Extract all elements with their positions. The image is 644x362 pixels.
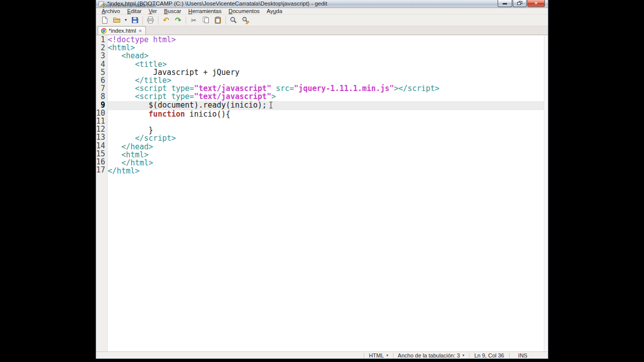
code-line: <script type="text/javascript"> — [108, 93, 544, 101]
status-bar: HTML ▾ Ancho de la tabulación: 3 ▾ Ln 9,… — [96, 351, 548, 358]
dropdown-caret-icon: ▾ — [462, 353, 464, 357]
close-icon: × — [535, 1, 538, 6]
line-number: 7 — [96, 84, 105, 93]
toolbar-separator — [225, 16, 226, 25]
line-number: 15 — [96, 150, 105, 158]
minimize-button[interactable] — [498, 0, 512, 7]
code-line: </html> — [108, 167, 544, 175]
menu-item-documentos[interactable]: Documentos — [225, 8, 263, 15]
line-number: 5 — [96, 68, 105, 76]
editor-area: 1234567891011121314151617 <!doctype html… — [96, 35, 548, 351]
code-lines[interactable]: <!doctype html><html> <head> <title> Jav… — [108, 35, 544, 351]
paste-clipboard-icon — [214, 16, 222, 24]
line-number: 12 — [96, 125, 105, 133]
restore-button[interactable] — [513, 0, 527, 7]
code-line: <head> — [108, 52, 544, 60]
code-line: <script type="text/javascript" src="jque… — [108, 84, 544, 93]
language-selector[interactable]: HTML ▾ — [364, 352, 392, 358]
line-number: 13 — [96, 133, 105, 141]
line-number: 3 — [96, 52, 105, 60]
line-number: 16 — [96, 158, 105, 166]
code-line: <!doctype html> — [108, 36, 544, 44]
toolbar-separator — [158, 16, 158, 25]
undo-icon: ↶ — [163, 17, 170, 24]
toolbar-save-button[interactable] — [129, 15, 141, 26]
line-number: 10 — [96, 109, 105, 117]
menu-item-ayuda[interactable]: Ayuda — [263, 8, 286, 15]
toolbar-redo-button[interactable]: ↷ — [172, 15, 184, 26]
code-line: function inicio(){ — [108, 110, 544, 118]
toolbar-replace-button[interactable] — [239, 15, 252, 26]
toolbar-print-button[interactable] — [144, 15, 156, 26]
close-button[interactable]: × — [527, 0, 545, 7]
open-folder-icon — [113, 16, 121, 24]
tab-width-label: Ancho de la tabulación: 3 — [398, 352, 460, 358]
toolbar-paste-button[interactable] — [212, 15, 224, 26]
code-line: </head> — [108, 143, 544, 151]
menu-item-archivo[interactable]: Archivo — [98, 8, 124, 15]
toolbar-open-button[interactable] — [111, 15, 123, 26]
toolbar-separator — [186, 16, 186, 25]
menu-item-buscar[interactable]: Buscar — [160, 8, 185, 15]
code-line: <html> — [108, 151, 544, 159]
find-replace-icon — [242, 16, 250, 24]
toolbar-cut-button[interactable]: ✂ — [188, 15, 200, 26]
save-icon — [131, 16, 139, 24]
watermark-text: josevicentecarratala.com — [103, 3, 155, 8]
code-line: $(document).ready(inicio); — [108, 101, 544, 110]
restore-icon — [517, 1, 523, 6]
title-bar[interactable]: *index.html (BOOTCAMP (C:) \Users\JoseVi… — [96, 0, 548, 8]
gedit-window: *index.html (BOOTCAMP (C:) \Users\JoseVi… — [96, 0, 548, 359]
ibeam-cursor-icon — [269, 102, 273, 110]
code-line — [108, 118, 544, 126]
code-line: Javascript + jQuery — [108, 68, 544, 76]
screen: *index.html (BOOTCAMP (C:) \Users\JoseVi… — [0, 0, 644, 362]
minimize-icon — [503, 3, 507, 5]
code-line: <title> — [108, 60, 544, 68]
line-numbers: 1234567891011121314151617 — [96, 35, 108, 351]
language-label: HTML — [369, 352, 384, 358]
html-file-icon — [101, 28, 107, 34]
search-icon — [229, 16, 237, 24]
vertical-scrollbar[interactable] — [544, 35, 548, 351]
tab-width-selector[interactable]: Ancho de la tabulación: 3 ▾ — [393, 352, 469, 358]
menu-item-ver[interactable]: Ver — [145, 8, 160, 15]
line-number: 1 — [96, 36, 105, 44]
redo-icon: ↷ — [175, 17, 182, 24]
menu-item-editar[interactable]: Editar — [124, 8, 145, 15]
line-number: 2 — [96, 44, 105, 52]
cut-scissors-icon: ✂ — [191, 17, 197, 24]
chevron-down-icon: ▾ — [125, 18, 127, 22]
tab-bar: *index.html × — [96, 26, 548, 35]
dropdown-caret-icon: ▾ — [386, 353, 388, 357]
line-number: 17 — [96, 166, 105, 174]
print-icon — [146, 16, 154, 24]
line-number: 11 — [96, 117, 105, 125]
toolbar: ▾ ↶ ↷ — [96, 15, 548, 26]
window-controls: × — [497, 0, 545, 7]
line-number: 4 — [96, 60, 105, 68]
toolbar-find-button[interactable] — [227, 15, 239, 26]
toolbar-copy-button[interactable] — [200, 15, 212, 26]
toolbar-undo-button[interactable]: ↶ — [160, 15, 172, 26]
menu-bar: Archivo Editar Ver Buscar Herramientas D… — [96, 8, 548, 15]
line-number: 6 — [96, 76, 105, 84]
insert-mode-indicator: INS — [510, 352, 536, 358]
code-line: } — [108, 126, 544, 134]
code-line: </title> — [108, 76, 544, 84]
toolbar-open-dropdown[interactable]: ▾ — [123, 15, 129, 26]
line-number: 14 — [96, 142, 105, 150]
new-document-icon — [101, 16, 109, 24]
cursor-position: Ln 9, Col 36 — [469, 352, 509, 358]
menu-item-herramientas[interactable]: Herramientas — [185, 8, 225, 15]
toolbar-separator — [142, 16, 143, 25]
tab-label: *index.html — [109, 28, 136, 34]
tab-index-html[interactable]: *index.html × — [98, 26, 146, 35]
tab-close-icon[interactable]: × — [138, 28, 142, 34]
code-line: <html> — [108, 44, 544, 52]
copy-icon — [202, 16, 210, 24]
line-number: 8 — [96, 93, 105, 101]
toolbar-new-button[interactable] — [99, 15, 111, 26]
code-line: </html> — [108, 159, 544, 167]
code-line: </script> — [108, 134, 544, 142]
